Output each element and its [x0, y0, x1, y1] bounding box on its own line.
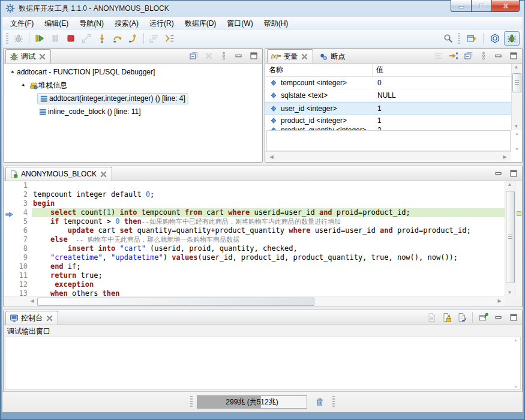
- code-line-text[interactable]: begin: [32, 199, 505, 208]
- code-line[interactable]: 11 return true;: [4, 271, 505, 280]
- open-perspective-button[interactable]: [464, 31, 479, 46]
- stop-button[interactable]: [63, 31, 79, 46]
- code-line[interactable]: 10 end if;: [4, 262, 505, 271]
- variable-row[interactable]: tempcount <integer>0: [265, 77, 522, 89]
- close-icon[interactable]: [300, 52, 309, 61]
- line-number[interactable]: 8: [13, 244, 32, 253]
- remove-all-button[interactable]: [202, 49, 215, 62]
- close-icon[interactable]: [99, 170, 108, 179]
- menu-item[interactable]: 数据库(D): [179, 17, 222, 31]
- code-line-text[interactable]: else -- 购物车中无此商品，那么就新增一条购物车商品数据: [32, 235, 505, 244]
- code-line-text[interactable]: tempcount integer default 0;: [32, 190, 505, 199]
- code-line-text[interactable]: update cart set quantity=quantity+produc…: [32, 226, 505, 235]
- view-menu-button[interactable]: [217, 49, 230, 62]
- scroll-left-arrow[interactable]: ◀: [267, 155, 276, 160]
- breakpoint-margin[interactable]: [4, 226, 13, 235]
- editor-horizontal-scrollbar[interactable]: ◀ ▶: [4, 296, 505, 307]
- code-line-text[interactable]: insert into "cart" (userid, proid, quant…: [32, 244, 505, 253]
- minimize-button[interactable]: [232, 49, 245, 62]
- breakpoint-margin[interactable]: [4, 244, 13, 253]
- line-number[interactable]: 3: [13, 199, 32, 208]
- line-number[interactable]: 5: [13, 217, 32, 226]
- scroll-up-arrow[interactable]: ▲: [505, 182, 514, 187]
- breakpoint-margin[interactable]: [4, 271, 13, 280]
- debug-tree-item[interactable]: ▾堆栈信息: [4, 79, 262, 92]
- variable-row[interactable]: user_id <integer>1: [265, 102, 522, 115]
- line-number[interactable]: 6: [13, 226, 32, 235]
- tree-expander-icon[interactable]: ▾: [8, 67, 18, 77]
- current-line-marker[interactable]: [517, 211, 521, 216]
- debug-tree-item[interactable]: inline_code_block () [line: 11]: [4, 105, 262, 118]
- code-line[interactable]: 4 select count(1) into tempcount from ca…: [4, 208, 505, 217]
- editor-vertical-scrollbar[interactable]: ▲ ▼: [505, 181, 515, 296]
- column-header-value[interactable]: 值: [373, 64, 522, 76]
- debug-tree-item[interactable]: addtocart(integer,integer,integer) () [l…: [4, 92, 262, 105]
- collapse-all-button[interactable]: [461, 49, 475, 62]
- variable-detail-pane[interactable]: [266, 130, 511, 151]
- line-number[interactable]: 9: [13, 253, 32, 262]
- breakpoint-margin[interactable]: [4, 235, 13, 244]
- scroll-left-arrow[interactable]: ◀: [28, 299, 37, 304]
- scroll-right-arrow[interactable]: ▶: [495, 299, 504, 304]
- code-line[interactable]: 12 exception: [4, 280, 505, 289]
- debug-perspective-button[interactable]: [504, 31, 520, 46]
- tab-variables[interactable]: (x)= 变量: [267, 49, 313, 63]
- variable-row[interactable]: product_id <integer>1: [265, 115, 522, 127]
- line-number[interactable]: 7: [13, 235, 32, 244]
- scroll-down-arrow[interactable]: ▼: [512, 124, 521, 129]
- show-logical-structure-button[interactable]: [446, 49, 460, 62]
- step-over-button[interactable]: [110, 31, 125, 46]
- detail-pane-scrollbar[interactable]: ▲▼: [512, 131, 521, 151]
- minimize-button[interactable]: [491, 167, 505, 180]
- console-output-area[interactable]: [5, 337, 521, 390]
- pause-button[interactable]: [47, 31, 63, 46]
- window-maximize-button[interactable]: [471, 0, 492, 12]
- debug-button[interactable]: [11, 31, 26, 46]
- scrollbar-thumb[interactable]: [506, 191, 515, 283]
- code-line-text[interactable]: select count(1) into tempcount from cart…: [32, 208, 505, 217]
- breakpoint-margin[interactable]: [4, 217, 13, 226]
- db-perspective-button[interactable]: [487, 31, 503, 46]
- breakpoint-margin[interactable]: [4, 190, 13, 199]
- code-line[interactable]: 6 update cart set quantity=quantity+prod…: [4, 226, 505, 235]
- selected-stack-frame[interactable]: addtocart(integer,integer,integer) () [l…: [37, 93, 188, 104]
- tab-anonymous-block[interactable]: ANONYMOUS_BLOCK: [5, 167, 112, 181]
- breakpoint-margin[interactable]: [4, 199, 13, 208]
- breakpoint-margin[interactable]: [4, 253, 13, 262]
- column-header-name[interactable]: 名称: [265, 64, 373, 76]
- close-icon[interactable]: [38, 52, 47, 61]
- toolbar-grip[interactable]: [6, 33, 8, 44]
- clear-console-button[interactable]: [425, 311, 439, 324]
- code-line[interactable]: 3begin: [4, 199, 505, 208]
- maximize-button[interactable]: [506, 167, 520, 180]
- code-editor[interactable]: 12tempcount integer default 0;3begin4 se…: [4, 181, 505, 296]
- scroll-lock-button[interactable]: [440, 311, 454, 324]
- breakpoint-margin[interactable]: [4, 280, 13, 289]
- menu-item[interactable]: 窗口(W): [221, 17, 258, 31]
- tab-console[interactable]: 控制台: [5, 311, 58, 325]
- code-line-text[interactable]: if tempcount > 0 then--如果购物车中已经有此商品，则将购物…: [32, 217, 505, 226]
- step-filters-button[interactable]: [162, 31, 178, 46]
- code-line-text[interactable]: end if;: [32, 262, 505, 271]
- tree-expander-icon[interactable]: ▾: [19, 80, 29, 91]
- drop-to-frame-button[interactable]: [146, 31, 162, 46]
- code-line[interactable]: 5 if tempcount > 0 then--如果购物车中已经有此商品，则将…: [4, 217, 505, 226]
- step-return-button[interactable]: [125, 31, 141, 46]
- menu-item[interactable]: 文件(F): [5, 17, 39, 31]
- tab-debug[interactable]: 调试: [5, 49, 51, 63]
- toolbar-grip[interactable]: [458, 33, 460, 44]
- line-number[interactable]: 4: [13, 208, 32, 217]
- maximize-button[interactable]: [506, 49, 520, 62]
- collapse-all-button[interactable]: [187, 49, 200, 62]
- maximize-button[interactable]: [247, 49, 260, 62]
- line-number[interactable]: 1: [13, 181, 32, 190]
- code-line[interactable]: 1: [4, 181, 505, 190]
- scroll-down-arrow[interactable]: ▼: [505, 290, 514, 295]
- menu-item[interactable]: 导航(N): [74, 17, 109, 31]
- pin-console-button[interactable]: [476, 311, 490, 324]
- scroll-up-arrow[interactable]: ▲: [512, 65, 521, 70]
- disconnect-button[interactable]: [79, 31, 94, 46]
- menu-item[interactable]: 帮助(H): [259, 17, 294, 31]
- console-scrollbar[interactable]: ▲▼: [512, 338, 520, 389]
- code-line-text[interactable]: return true;: [32, 271, 505, 280]
